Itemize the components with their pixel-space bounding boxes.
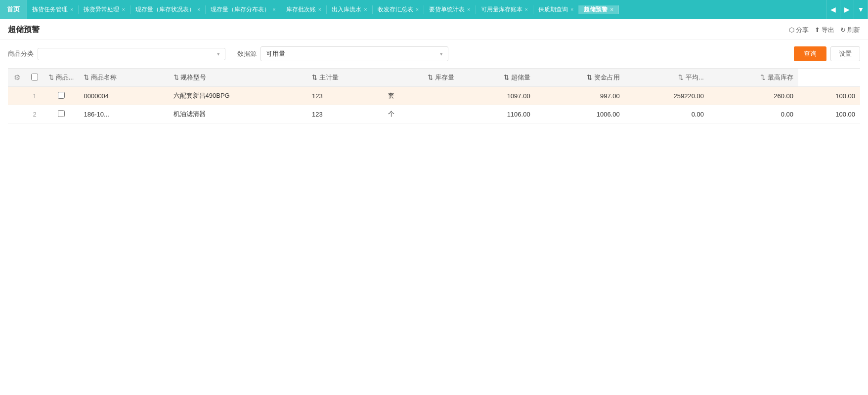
row-stock-cell: 1097.00 <box>459 87 535 105</box>
row-spec-cell: 123 <box>307 87 383 105</box>
close-tab-icon[interactable]: × <box>122 6 125 12</box>
col-code-header[interactable]: ⇅ 商品... <box>43 69 79 87</box>
refresh-button[interactable]: ↻ 刷新 <box>840 26 860 35</box>
page-actions: ⬡ 分享 ⬆ 导出 ↻ 刷新 <box>789 26 860 35</box>
nav-arrows: ◀ ▶ ▼ <box>826 0 868 19</box>
close-tab-icon[interactable]: × <box>364 6 367 12</box>
nav-tabs: 拣货任务管理×拣货异常处理×现存量（库存状况表）×现存量（库存分布表）×库存批次… <box>27 5 826 14</box>
table-row: 2 186-10... 机油滤清器 123 个 1106.00 1006.00 … <box>8 105 860 123</box>
page-title: 超储预警 <box>8 25 40 35</box>
col-unit-header[interactable]: ⇅ 主计量 <box>307 69 383 87</box>
row-num-cell: 2 <box>26 105 43 123</box>
close-tab-icon[interactable]: × <box>525 6 528 12</box>
nav-tab-tab2[interactable]: 拣货异常处理× <box>79 5 130 14</box>
refresh-icon: ↻ <box>840 26 846 34</box>
query-button[interactable]: 查询 <box>794 46 826 61</box>
nav-tab-tab6[interactable]: 出入库流水× <box>327 5 372 14</box>
nav-tab-tab9[interactable]: 可用量库存账本× <box>476 5 533 14</box>
table-header-row: ⚙ ⇅ 商品... ⇅ 商品名称 ⇅ 规格型号 ⇅ 主计量 <box>8 69 860 87</box>
nav-tab-label: 收发存汇总表 <box>378 5 413 14</box>
close-tab-icon[interactable]: × <box>416 6 419 12</box>
nav-bar: 首页 拣货任务管理×拣货异常处理×现存量（库存状况表）×现存量（库存分布表）×库… <box>0 0 868 19</box>
datasource-label: 数据源 <box>237 49 257 58</box>
col-gear-header[interactable]: ⚙ <box>8 69 26 87</box>
close-tab-icon[interactable]: × <box>570 6 573 12</box>
settings-button[interactable]: 设置 <box>830 46 860 61</box>
row-code-cell: 0000004 <box>79 87 168 105</box>
nav-tab-label: 拣货异常处理 <box>84 5 119 14</box>
nav-tab-tab7[interactable]: 收发存汇总表× <box>373 5 424 14</box>
col-avg-header[interactable]: ⇅ 平均... <box>625 69 709 87</box>
page-content: 超储预警 ⬡ 分享 ⬆ 导出 ↻ 刷新 商品分类 ▾ 数据源 <box>0 19 868 395</box>
row-avg-cell: 260.00 <box>709 87 798 105</box>
category-select[interactable]: ▾ <box>38 48 225 60</box>
col-name-header[interactable]: ⇅ 商品名称 <box>79 69 168 87</box>
nav-tab-label: 要货单统计表 <box>429 5 465 14</box>
row-capital-cell: 259220.00 <box>625 87 709 105</box>
close-tab-icon[interactable]: × <box>197 6 200 12</box>
nav-tab-label: 拣货任务管理 <box>32 5 68 14</box>
datasource-select[interactable]: 可用量 ▾ <box>260 46 448 61</box>
nav-home[interactable]: 首页 <box>0 0 27 19</box>
nav-tab-tab5[interactable]: 库存批次账× <box>281 5 327 14</box>
table-row: 1 0000004 六配套新昌490BPG 123 套 1097.00 997.… <box>8 87 860 105</box>
datasource-filter: 数据源 可用量 ▾ <box>237 46 448 61</box>
row-gear-cell <box>8 87 26 105</box>
datasource-select-value: 可用量 <box>266 49 285 58</box>
row-checkbox[interactable] <box>58 92 65 99</box>
nav-tab-label: 库存批次账 <box>286 5 316 14</box>
row-avg-cell: 0.00 <box>709 105 798 123</box>
close-tab-icon[interactable]: × <box>272 6 275 12</box>
nav-tab-tab1[interactable]: 拣货任务管理× <box>27 5 79 14</box>
category-label: 商品分类 <box>8 49 34 58</box>
nav-tab-tab10[interactable]: 保质期查询× <box>533 5 579 14</box>
filter-buttons: 查询 设置 <box>794 46 860 61</box>
row-num-cell: 1 <box>26 87 43 105</box>
nav-tab-tab8[interactable]: 要货单统计表× <box>424 5 476 14</box>
gear-icon[interactable]: ⚙ <box>14 73 20 81</box>
close-tab-icon[interactable]: × <box>610 6 613 12</box>
row-name-cell: 机油滤清器 <box>169 105 307 123</box>
select-all-checkbox[interactable] <box>31 74 38 80</box>
nav-tab-label: 现存量（库存状况表） <box>135 5 195 14</box>
main-table: ⚙ ⇅ 商品... ⇅ 商品名称 ⇅ 规格型号 ⇅ 主计量 <box>8 68 860 123</box>
filter-row: 商品分类 ▾ 数据源 可用量 ▾ 查询 设置 <box>0 40 868 68</box>
row-over-cell: 997.00 <box>535 87 625 105</box>
row-capital-cell: 0.00 <box>625 105 709 123</box>
col-capital-header[interactable]: ⇅ 资金占用 <box>535 69 625 87</box>
table-body: 1 0000004 六配套新昌490BPG 123 套 1097.00 997.… <box>8 87 860 123</box>
export-button[interactable]: ⬆ 导出 <box>815 26 834 35</box>
row-code-cell: 186-10... <box>79 105 168 123</box>
close-tab-icon[interactable]: × <box>318 6 321 12</box>
nav-tab-tab11[interactable]: 超储预警× <box>579 5 618 14</box>
col-checkbox-header[interactable] <box>26 69 43 87</box>
category-filter: 商品分类 ▾ <box>8 48 225 60</box>
row-name-cell: 六配套新昌490BPG <box>169 87 307 105</box>
page-header: 超储预警 ⬡ 分享 ⬆ 导出 ↻ 刷新 <box>0 19 868 40</box>
close-tab-icon[interactable]: × <box>467 6 470 12</box>
col-stock-header[interactable]: ⇅ 库存量 <box>383 69 459 87</box>
row-over-cell: 1006.00 <box>535 105 625 123</box>
row-unit-cell: 套 <box>383 87 459 105</box>
nav-tab-tab4[interactable]: 现存量（库存分布表）× <box>206 5 281 14</box>
col-spec-header[interactable]: ⇅ 规格型号 <box>169 69 307 87</box>
close-tab-icon[interactable]: × <box>70 6 73 12</box>
col-over-header[interactable]: ⇅ 超储量 <box>459 69 535 87</box>
nav-prev-button[interactable]: ◀ <box>826 0 840 19</box>
row-gear-cell <box>8 105 26 123</box>
nav-more-button[interactable]: ▼ <box>854 0 868 19</box>
nav-next-button[interactable]: ▶ <box>840 0 854 19</box>
nav-tab-label: 超储预警 <box>584 5 608 14</box>
share-button[interactable]: ⬡ 分享 <box>789 26 809 35</box>
nav-tab-tab3[interactable]: 现存量（库存状况表）× <box>130 5 206 14</box>
share-icon: ⬡ <box>789 26 794 34</box>
row-checkbox-cell[interactable] <box>43 87 79 105</box>
row-checkbox[interactable] <box>58 110 65 117</box>
chevron-down-icon: ▾ <box>217 51 220 57</box>
row-max-cell: 100.00 <box>798 105 860 123</box>
table-wrapper: ⚙ ⇅ 商品... ⇅ 商品名称 ⇅ 规格型号 ⇅ 主计量 <box>0 68 868 123</box>
col-max-header[interactable]: ⇅ 最高库存 <box>709 69 798 87</box>
row-spec-cell: 123 <box>307 105 383 123</box>
row-checkbox-cell[interactable] <box>43 105 79 123</box>
nav-tab-label: 保质期查询 <box>538 5 568 14</box>
